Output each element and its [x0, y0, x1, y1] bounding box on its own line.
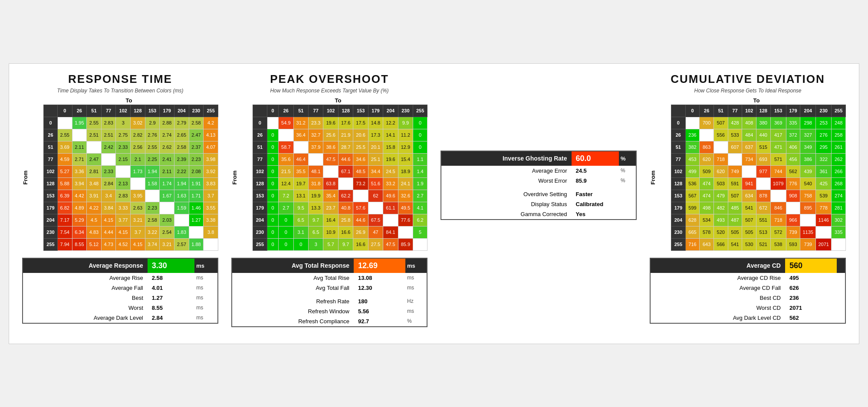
ig-rate-label: Inverse Ghosting Rate — [441, 151, 572, 166]
matrix-cell: 643 — [700, 238, 714, 250]
cd-stats: Average CD 560 Average CD Rise 495 Avera… — [650, 258, 846, 324]
matrix-cell: 628 — [685, 214, 700, 226]
matrix-cell: 5.7 — [323, 238, 338, 250]
matrix-cell: 77.6 — [398, 214, 413, 226]
rt-fall-label: Average Fall — [23, 283, 148, 293]
matrix-cell: 27.5 — [368, 238, 383, 250]
matrix-cell: 13.1 — [293, 190, 308, 202]
matrix-cell: 2.22 — [174, 165, 189, 177]
matrix-cell: 739 — [786, 226, 800, 238]
matrix-cell: 1.94 — [145, 165, 160, 177]
matrix-cell: 471 — [770, 141, 786, 153]
matrix-cell: 12.2 — [383, 117, 398, 129]
matrix-cell: 541 — [728, 238, 742, 250]
matrix-col-header: 204 — [174, 105, 189, 117]
matrix-cell — [832, 238, 846, 250]
cd-rise-value: 495 — [785, 273, 845, 283]
matrix-cell: 2.88 — [160, 117, 174, 129]
matrix-cell: 268 — [832, 177, 846, 190]
matrix-cell: 539 — [816, 190, 832, 202]
ig-avg-error-unit: % — [619, 166, 636, 176]
matrix-cell: 4.15 — [131, 238, 145, 250]
matrix-cell: 1.59 — [174, 202, 189, 214]
cd-matrix: 0265177102128153179204230255070050742840… — [671, 105, 846, 251]
cd-avg-unit — [837, 259, 845, 273]
matrix-col-header: 77 — [308, 105, 323, 117]
po-refresh-value: 180 — [354, 296, 405, 306]
matrix-row-header: 255 — [44, 238, 58, 250]
matrix-cell: 3.8 — [204, 226, 218, 238]
cd-title: CUMULATIVE DEVIATION — [650, 72, 846, 86]
rt-best-unit: ms — [194, 293, 217, 303]
ig-spacer: Inverse Ghosting Rate 60.0 % Average Err… — [441, 72, 637, 220]
matrix-cell: 2.56 — [131, 141, 145, 153]
matrix-cell: 295 — [816, 141, 832, 153]
matrix-cell: 25.5 — [353, 141, 368, 153]
rt-best-value: 1.27 — [148, 293, 194, 303]
ig-worst-error-unit: % — [619, 176, 636, 186]
ig-empty-row — [441, 186, 636, 189]
matrix-cell: 665 — [685, 226, 700, 238]
matrix-cell: 1.91 — [189, 177, 204, 190]
matrix-cell: 3.38 — [204, 214, 218, 226]
matrix-cell: 572 — [770, 226, 786, 238]
matrix-cell: 3.91 — [87, 190, 102, 202]
matrix-col-header: 128 — [131, 105, 145, 117]
matrix-cell: 9.7 — [308, 214, 323, 226]
matrix-cell: 12.9 — [398, 141, 413, 153]
matrix-cell: 2.47 — [87, 153, 102, 165]
matrix-cell: 540 — [800, 177, 816, 190]
matrix-cell: 6.34 — [72, 226, 87, 238]
matrix-cell: 0 — [413, 129, 427, 141]
peak-overshoot-matrix: 0265177102128153179204230255054.931.223.… — [253, 105, 427, 251]
matrix-cell — [116, 165, 131, 177]
matrix-cell: 4.83 — [87, 226, 102, 238]
cd-rise-label: Average CD Rise — [651, 273, 785, 283]
ig-worst-error-label: Worst Error — [441, 176, 572, 186]
matrix-col-header: 230 — [189, 105, 204, 117]
matrix-col-header: 255 — [413, 105, 427, 117]
matrix-cell: 2.39 — [174, 153, 189, 165]
matrix-col-header: 51 — [87, 105, 102, 117]
matrix-cell: 503 — [713, 177, 728, 190]
cd-best-value: 236 — [785, 293, 845, 303]
matrix-col-header: 26 — [279, 105, 293, 117]
matrix-cell: 3.48 — [87, 177, 102, 190]
matrix-cell: 776 — [786, 177, 800, 190]
matrix-cell — [174, 214, 189, 226]
matrix-cell: 2.65 — [174, 129, 189, 141]
matrix-cell: 48.1 — [308, 165, 323, 177]
matrix-cell: 20.6 — [353, 129, 368, 141]
sections-row: RESPONSE TIME Time Display Takes To Tran… — [22, 72, 846, 331]
matrix-cell: 749 — [728, 165, 742, 177]
matrix-cell: 40.8 — [338, 202, 353, 214]
matrix-col-header: 26 — [72, 105, 87, 117]
matrix-cell: 941 — [742, 177, 756, 190]
matrix-cell: 2.25 — [145, 153, 160, 165]
matrix-cell: 17.5 — [353, 117, 368, 129]
matrix-cell: 4.44 — [101, 226, 116, 238]
matrix-cell: 716 — [685, 238, 700, 250]
matrix-cell: 7.54 — [57, 226, 72, 238]
matrix-col-header: 77 — [101, 105, 116, 117]
matrix-cell: 739 — [800, 238, 816, 250]
peak-overshoot-to-label: To — [231, 97, 427, 104]
matrix-cell: 2.55 — [87, 117, 102, 129]
matrix-cell: 5.27 — [57, 165, 72, 177]
matrix-row-header: 204 — [253, 214, 267, 226]
matrix-cell: 49.5 — [398, 202, 413, 214]
matrix-cell — [87, 141, 102, 153]
matrix-cell: 505 — [728, 226, 742, 238]
matrix-cell: 607 — [728, 141, 742, 153]
matrix-row-header: 0 — [253, 117, 267, 129]
matrix-cell: 578 — [700, 226, 714, 238]
matrix-cell: 28.7 — [338, 141, 353, 153]
response-time-title: RESPONSE TIME — [22, 72, 218, 86]
matrix-cell: 47 — [368, 226, 383, 238]
cd-fall-label: Average CD Fall — [651, 283, 785, 293]
matrix-cell: 718 — [713, 153, 728, 165]
matrix-cell: 479 — [713, 190, 728, 202]
matrix-cell — [160, 202, 174, 214]
matrix-cell: 2.1 — [131, 153, 145, 165]
matrix-row-header: 51 — [44, 141, 58, 153]
